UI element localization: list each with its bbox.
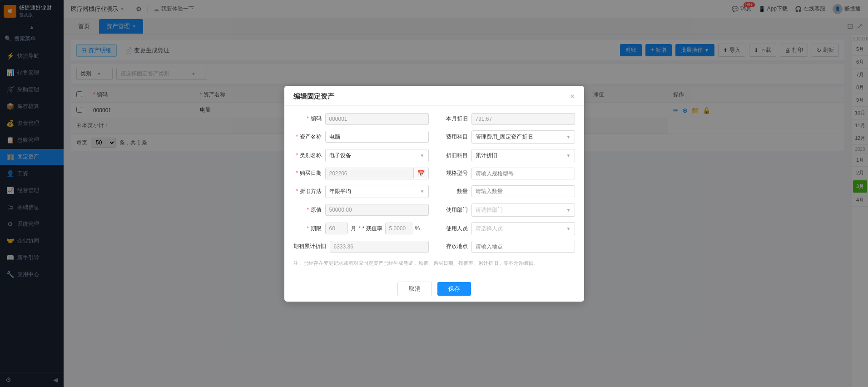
expense-subject-label: 费用科目	[440, 133, 468, 141]
form-row-expense-subject: 费用科目 管理费用_固定资产折旧 ▼	[440, 130, 575, 144]
period-inline-group: 月 * 残值率 %	[325, 223, 429, 234]
form-row-quantity: 数量	[440, 185, 575, 198]
original-value-input	[325, 204, 429, 216]
spec-label: 规格型号	[440, 169, 468, 177]
form-row-purchase-date: 购买日期 📅	[293, 168, 429, 179]
location-label: 存放地点	[440, 243, 468, 250]
calendar-icon[interactable]: 📅	[413, 168, 428, 179]
department-placeholder: 请选择部门	[476, 206, 503, 214]
department-label: 使用部门	[440, 206, 468, 214]
monthly-dep-label: 本月折旧	[440, 115, 468, 123]
user-label: 使用人员	[440, 225, 468, 233]
chevron-down-icon: ▼	[420, 153, 425, 158]
department-select[interactable]: 请选择部门 ▼	[471, 203, 575, 217]
residual-rate-input	[385, 223, 412, 234]
original-value-label: 原值	[293, 206, 322, 214]
user-select[interactable]: 请选择人员 ▼	[471, 222, 575, 235]
modal-form: 编码 本月折旧 资产名称 费用科目 管理费用_固定资产折旧 ▼	[293, 113, 575, 268]
expense-subject-value: 管理费用_固定资产折旧	[476, 133, 533, 141]
dep-method-value: 年限平均	[329, 188, 351, 195]
edit-asset-modal: 编辑固定资产 × 编码 本月折旧 资产名称	[284, 86, 584, 302]
form-row-monthly-dep: 本月折旧	[440, 113, 575, 125]
chevron-down-icon: ▼	[420, 189, 425, 194]
period-input	[325, 223, 348, 234]
modal-overlay: 编辑固定资产 × 编码 本月折旧 资产名称	[0, 0, 868, 387]
period-unit-label: 月	[351, 225, 356, 233]
initial-dep-label: 期初累计折旧	[293, 243, 326, 250]
form-row-department: 使用部门 请选择部门 ▼	[440, 203, 575, 217]
form-row-dep-subject: 折旧科目 累计折旧 ▼	[440, 149, 575, 162]
user-placeholder: 请选择人员	[476, 225, 503, 233]
dep-subject-label: 折旧科目	[440, 152, 468, 159]
chevron-down-icon: ▼	[566, 134, 571, 139]
form-row-dep-method: 折旧方法 年限平均 ▼	[293, 185, 429, 198]
form-row-spec: 规格型号	[440, 168, 575, 179]
modal-note: 注：已经存在变更记录或者对应固定资产已经生成凭证，原值、购买日期、残值率、累计折…	[293, 258, 575, 268]
dep-subject-value: 累计折旧	[476, 152, 497, 159]
chevron-down-icon: ▼	[566, 208, 571, 213]
form-row-asset-name: 资产名称	[293, 130, 429, 144]
monthly-dep-input	[471, 113, 575, 125]
form-row-user: 使用人员 请选择人员 ▼	[440, 222, 575, 235]
form-row-location: 存放地点	[440, 241, 575, 253]
category-select[interactable]: 电子设备 ▼	[325, 149, 429, 162]
chevron-down-icon: ▼	[566, 153, 571, 158]
category-value: 电子设备	[329, 152, 351, 159]
form-row-period: 期限 月 * 残值率 %	[293, 222, 429, 235]
dep-method-label: 折旧方法	[293, 188, 322, 195]
purchase-date-field: 📅	[325, 168, 429, 179]
expense-subject-select[interactable]: 管理费用_固定资产折旧 ▼	[471, 130, 575, 144]
location-input[interactable]	[471, 241, 575, 253]
category-label: 类别名称	[293, 152, 322, 159]
save-btn[interactable]: 保存	[437, 282, 471, 296]
asset-name-input[interactable]	[325, 131, 429, 143]
modal-close-btn[interactable]: ×	[570, 92, 575, 100]
code-label: 编码	[293, 115, 322, 123]
modal-title: 编辑固定资产	[293, 92, 334, 101]
initial-dep-input	[330, 241, 429, 253]
purchase-date-input	[326, 168, 413, 179]
asset-name-label: 资产名称	[293, 133, 322, 141]
form-row-original-value: 原值	[293, 203, 429, 217]
chevron-down-icon: ▼	[566, 226, 571, 231]
period-label: 期限	[293, 225, 322, 233]
dep-subject-select[interactable]: 累计折旧 ▼	[471, 149, 575, 162]
residual-rate-unit-label: %	[415, 225, 420, 232]
quantity-label: 数量	[440, 188, 468, 195]
cancel-btn[interactable]: 取消	[397, 282, 432, 296]
residual-rate-label: * 残值率	[359, 225, 382, 233]
quantity-input[interactable]	[471, 185, 575, 197]
form-row-initial-dep: 期初累计折旧	[293, 241, 429, 253]
form-row-category: 类别名称 电子设备 ▼	[293, 149, 429, 162]
spec-input[interactable]	[471, 168, 575, 179]
modal-body: 编码 本月折旧 资产名称 费用科目 管理费用_固定资产折旧 ▼	[284, 106, 584, 276]
purchase-date-label: 购买日期	[293, 169, 322, 177]
dep-method-select[interactable]: 年限平均 ▼	[325, 185, 429, 198]
form-row-code: 编码	[293, 113, 429, 125]
modal-header: 编辑固定资产 ×	[284, 86, 584, 106]
modal-footer: 取消 保存	[284, 276, 584, 302]
code-input[interactable]	[325, 113, 429, 125]
